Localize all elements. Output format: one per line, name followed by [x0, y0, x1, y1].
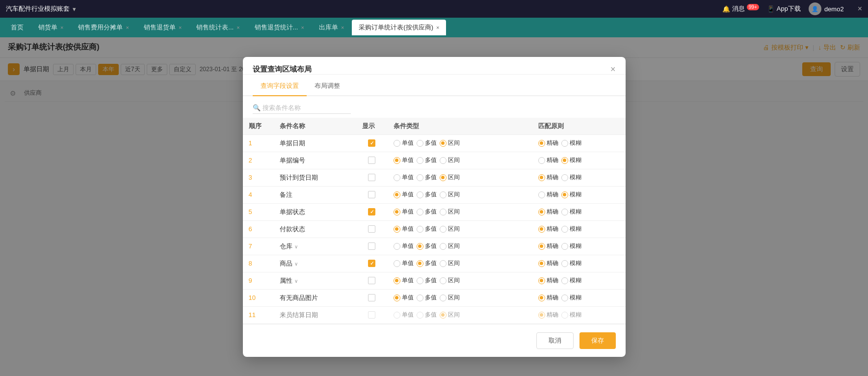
- radio-type-type_multi[interactable]: 多值: [417, 173, 437, 182]
- radio-type-type_range[interactable]: 区间: [440, 276, 460, 285]
- radio-type-type_range[interactable]: 区间: [440, 225, 460, 233]
- radio-match-match_exact[interactable]: 精确: [538, 259, 558, 268]
- checkbox[interactable]: [368, 174, 375, 181]
- radio-type-type_multi[interactable]: 多值: [417, 225, 437, 233]
- radio-match-match_exact[interactable]: 精确: [538, 242, 558, 250]
- modal-tab-query-fields[interactable]: 查询字段设置: [253, 77, 307, 96]
- radio-type-type_range[interactable]: 区间: [440, 173, 460, 182]
- top-close-btn[interactable]: ×: [858, 4, 862, 13]
- radio-match-match_fuzzy[interactable]: 模糊: [561, 294, 581, 302]
- row-display-checkbox[interactable]: [356, 169, 387, 186]
- row-display-checkbox[interactable]: [356, 203, 387, 220]
- radio-type-type_multi[interactable]: 多值: [417, 139, 437, 147]
- checkbox[interactable]: [368, 225, 375, 233]
- row-display-checkbox[interactable]: [356, 272, 387, 289]
- radio-type-type_multi[interactable]: 多值: [417, 259, 437, 268]
- radio-match-match_exact[interactable]: 精确: [538, 311, 558, 319]
- radio-type-type_multi[interactable]: 多值: [417, 294, 437, 302]
- row-display-checkbox[interactable]: [356, 255, 387, 272]
- radio-type-type_range[interactable]: 区间: [440, 294, 460, 302]
- radio-type-type_multi[interactable]: 多值: [417, 276, 437, 285]
- checkbox[interactable]: [368, 277, 375, 284]
- checkbox[interactable]: [368, 139, 375, 147]
- radio-type-type_multi[interactable]: 多值: [417, 190, 437, 199]
- radio-type-type_range[interactable]: 区间: [440, 139, 460, 147]
- radio-type-type_single[interactable]: 单值: [394, 139, 414, 147]
- checkbox[interactable]: [368, 157, 375, 164]
- search-input[interactable]: [263, 104, 341, 111]
- checkbox[interactable]: [368, 242, 375, 250]
- modal-tab-layout-adjust[interactable]: 布局调整: [307, 77, 348, 96]
- user-area[interactable]: 👤 demo2: [809, 2, 844, 15]
- tab-outbound-close[interactable]: ×: [341, 25, 344, 30]
- row-display-checkbox[interactable]: [356, 134, 387, 152]
- tab-sales-order-close[interactable]: ×: [60, 25, 63, 30]
- tab-sales-return-stat-close[interactable]: ×: [301, 25, 304, 30]
- radio-type-type_single[interactable]: 单值: [394, 190, 414, 199]
- tab-sales-return[interactable]: 销售退货单 ×: [137, 20, 188, 35]
- checkbox[interactable]: [368, 208, 375, 215]
- radio-match-match_fuzzy[interactable]: 模糊: [561, 139, 581, 147]
- tab-sales-return-stat[interactable]: 销售退货统计... ×: [248, 20, 311, 35]
- radio-type-type_single[interactable]: 单值: [394, 208, 414, 216]
- radio-match-match_exact[interactable]: 精确: [538, 294, 558, 302]
- radio-match-match_fuzzy[interactable]: 模糊: [561, 156, 581, 164]
- radio-type-type_single[interactable]: 单值: [394, 173, 414, 182]
- save-btn[interactable]: 保存: [579, 332, 616, 349]
- radio-match-match_fuzzy[interactable]: 模糊: [561, 276, 581, 285]
- radio-type-type_range[interactable]: 区间: [440, 311, 460, 319]
- radio-type-type_multi[interactable]: 多值: [417, 156, 437, 164]
- radio-type-type_range[interactable]: 区间: [440, 208, 460, 216]
- radio-match-match_fuzzy[interactable]: 模糊: [561, 173, 581, 182]
- radio-match-match_fuzzy[interactable]: 模糊: [561, 259, 581, 268]
- radio-type-type_range[interactable]: 区间: [440, 242, 460, 250]
- radio-type-type_range[interactable]: 区间: [440, 156, 460, 164]
- radio-match-match_exact[interactable]: 精确: [538, 139, 558, 147]
- radio-type-type_single[interactable]: 单值: [394, 225, 414, 233]
- tab-sales-stat[interactable]: 销售统计表... ×: [189, 20, 246, 35]
- row-display-checkbox[interactable]: [356, 306, 387, 323]
- radio-match-match_exact[interactable]: 精确: [538, 208, 558, 216]
- radio-type-type_single[interactable]: 单值: [394, 242, 414, 250]
- row-display-checkbox[interactable]: [356, 186, 387, 203]
- checkbox[interactable]: [368, 311, 375, 319]
- cancel-btn[interactable]: 取消: [536, 332, 574, 349]
- radio-match-match_exact[interactable]: 精确: [538, 225, 558, 233]
- radio-type-type_range[interactable]: 区间: [440, 259, 460, 268]
- radio-match-match_fuzzy[interactable]: 模糊: [561, 190, 581, 199]
- modal-close-btn[interactable]: ×: [610, 65, 616, 74]
- app-download-btn[interactable]: 📱 App下载: [767, 4, 801, 13]
- radio-type-type_multi[interactable]: 多值: [417, 208, 437, 216]
- radio-type-type_range[interactable]: 区间: [440, 190, 460, 199]
- radio-match-match_fuzzy[interactable]: 模糊: [561, 208, 581, 216]
- notification-btn[interactable]: 🔔 消息 99+: [722, 4, 759, 13]
- radio-match-match_exact[interactable]: 精确: [538, 276, 558, 285]
- row-display-checkbox[interactable]: [356, 238, 387, 255]
- tab-home[interactable]: 首页: [4, 20, 30, 35]
- tab-sales-expense[interactable]: 销售费用分摊单 ×: [71, 20, 135, 35]
- row-display-checkbox[interactable]: [356, 289, 387, 306]
- checkbox[interactable]: [368, 294, 375, 301]
- checkbox[interactable]: [368, 191, 375, 198]
- tab-purchase-stat-close[interactable]: ×: [436, 25, 439, 30]
- radio-type-type_multi[interactable]: 多值: [417, 311, 437, 319]
- radio-type-type_single[interactable]: 单值: [394, 311, 414, 319]
- radio-match-match_fuzzy[interactable]: 模糊: [561, 311, 581, 319]
- radio-type-type_single[interactable]: 单值: [394, 276, 414, 285]
- radio-type-type_single[interactable]: 单值: [394, 156, 414, 164]
- checkbox[interactable]: [368, 260, 375, 267]
- tab-sales-expense-close[interactable]: ×: [126, 25, 129, 30]
- row-display-checkbox[interactable]: [356, 152, 387, 169]
- row-display-checkbox[interactable]: [356, 220, 387, 238]
- tab-purchase-stat[interactable]: 采购订单统计表(按供应商) ×: [352, 20, 446, 35]
- radio-type-type_single[interactable]: 单值: [394, 259, 414, 268]
- tab-sales-stat-close[interactable]: ×: [237, 25, 239, 30]
- radio-match-match_exact[interactable]: 精确: [538, 190, 558, 199]
- radio-match-match_exact[interactable]: 精确: [538, 173, 558, 182]
- radio-match-match_fuzzy[interactable]: 模糊: [561, 242, 581, 250]
- tab-sales-order[interactable]: 销货单 ×: [31, 20, 70, 35]
- radio-type-type_single[interactable]: 单值: [394, 294, 414, 302]
- radio-match-match_exact[interactable]: 精确: [538, 156, 558, 164]
- tab-sales-return-close[interactable]: ×: [179, 25, 182, 30]
- tab-outbound[interactable]: 出库单 ×: [312, 20, 351, 35]
